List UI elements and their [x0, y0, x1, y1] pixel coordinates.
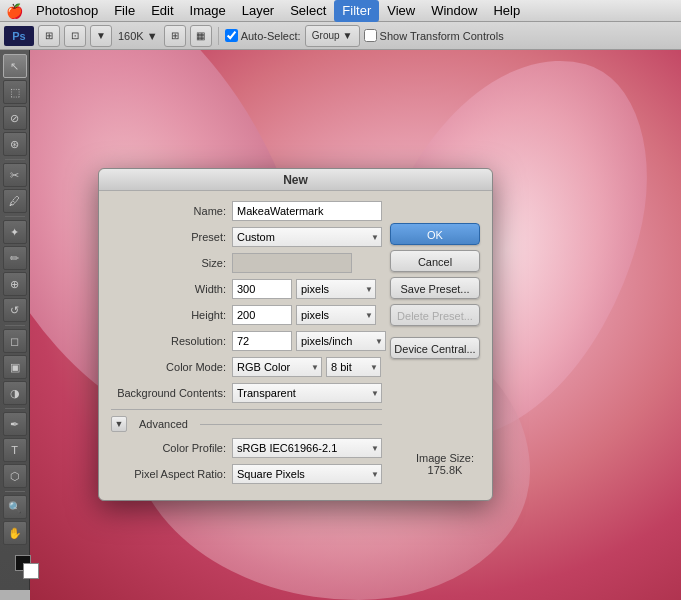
pixel-ratio-select-wrapper: Square Pixels D1/DV NTSC (0.91) D1/DV PA… — [232, 464, 382, 484]
image-size-label: Image Size: — [416, 452, 474, 464]
resolution-input[interactable] — [232, 331, 292, 351]
menu-bar: 🍎 Photoshop File Edit Image Layer Select… — [0, 0, 681, 22]
show-transform-label: Show Transform Controls — [364, 29, 504, 42]
tool-separator-3 — [5, 325, 25, 326]
height-input[interactable] — [232, 305, 292, 325]
width-unit-select[interactable]: pixels inches cm — [296, 279, 376, 299]
bg-contents-label: Background Contents: — [111, 387, 226, 399]
pixel-ratio-label: Pixel Aspect Ratio: — [111, 468, 226, 480]
tool-move[interactable]: ↖ — [3, 54, 27, 78]
resolution-unit-select[interactable]: pixels/inch pixels/cm — [296, 331, 386, 351]
tool-gradient[interactable]: ▣ — [3, 355, 27, 379]
tool-separator-5 — [5, 491, 25, 492]
color-profile-select[interactable]: sRGB IEC61966-2.1 Adobe RGB (1998) ProPh… — [232, 438, 382, 458]
size-display: 160K ▼ — [116, 30, 160, 42]
advanced-divider — [200, 424, 382, 425]
device-central-button[interactable]: Device Central... — [390, 337, 480, 359]
menu-help[interactable]: Help — [485, 0, 528, 22]
bit-depth-select-wrapper: 8 bit 16 bit 32 bit ▼ — [326, 357, 381, 377]
tool-dodge[interactable]: ◑ — [3, 381, 27, 405]
group-dropdown[interactable]: Group ▼ — [305, 25, 360, 47]
tool-icon-1: ⊞ — [38, 25, 60, 47]
advanced-label: Advanced — [139, 418, 188, 430]
image-size-value: 175.8K — [416, 464, 474, 476]
tool-marquee[interactable]: ⬚ — [3, 80, 27, 104]
tool-lasso[interactable]: ⊘ — [3, 106, 27, 130]
tool-hand[interactable]: ✋ — [3, 521, 27, 545]
pixel-ratio-row: Pixel Aspect Ratio: Square Pixels D1/DV … — [111, 464, 382, 484]
tool-icon-2: ⊡ — [64, 25, 86, 47]
menu-image[interactable]: Image — [182, 0, 234, 22]
tool-pen[interactable]: ✒ — [3, 412, 27, 436]
menu-window[interactable]: Window — [423, 0, 485, 22]
tool-text[interactable]: T — [3, 438, 27, 462]
tool-crop[interactable]: ✂ — [3, 163, 27, 187]
menu-file[interactable]: File — [106, 0, 143, 22]
width-unit-wrapper: pixels inches cm ▼ — [296, 279, 376, 299]
height-unit-select[interactable]: pixels inches cm — [296, 305, 376, 325]
tool-eyedropper[interactable]: 🖊 — [3, 189, 27, 213]
menu-photoshop[interactable]: Photoshop — [28, 0, 106, 22]
menu-edit[interactable]: Edit — [143, 0, 181, 22]
width-row: Width: pixels inches cm ▼ — [111, 279, 382, 299]
name-row: Name: — [111, 201, 382, 221]
bit-depth-select[interactable]: 8 bit 16 bit 32 bit — [326, 357, 381, 377]
save-preset-button[interactable]: Save Preset... — [390, 277, 480, 299]
size-display — [232, 253, 352, 273]
color-mode-select-wrapper: RGB Color CMYK Color Grayscale ▼ — [232, 357, 322, 377]
layout-icon[interactable]: ▦ — [190, 25, 212, 47]
name-input[interactable] — [232, 201, 382, 221]
preset-select[interactable]: Custom Default Photoshop Size US Paper — [232, 227, 382, 247]
pixel-ratio-select[interactable]: Square Pixels D1/DV NTSC (0.91) D1/DV PA… — [232, 464, 382, 484]
image-size-info: Image Size: 175.8K — [416, 452, 474, 476]
menu-view[interactable]: View — [379, 0, 423, 22]
new-dialog: New Name: Preset: Custom Default Photosh… — [98, 168, 493, 501]
bg-contents-select[interactable]: Transparent White Background Color — [232, 383, 382, 403]
auto-select-checkbox[interactable] — [225, 29, 238, 42]
apple-menu[interactable]: 🍎 — [0, 3, 28, 19]
color-profile-row: Color Profile: sRGB IEC61966-2.1 Adobe R… — [111, 438, 382, 458]
tool-shape[interactable]: ⬡ — [3, 464, 27, 488]
advanced-toggle[interactable]: ▼ Advanced — [111, 416, 382, 432]
tool-history[interactable]: ↺ — [3, 298, 27, 322]
dialog-buttons: OK Cancel Save Preset... Delete Preset..… — [390, 223, 480, 359]
dialog-titlebar: New — [99, 169, 492, 191]
ps-logo: Ps — [4, 26, 34, 46]
show-transform-checkbox[interactable] — [364, 29, 377, 42]
size-label: Size: — [111, 257, 226, 269]
tool-wand[interactable]: ⊛ — [3, 132, 27, 156]
tool-separator-1 — [5, 159, 25, 160]
tool-separator-2 — [5, 216, 25, 217]
tools-panel: ↖ ⬚ ⊘ ⊛ ✂ 🖊 ✦ ✏ ⊕ ↺ ◻ ▣ ◑ ✒ T ⬡ 🔍 ✋ — [0, 50, 30, 590]
tool-zoom[interactable]: 🔍 — [3, 495, 27, 519]
resolution-unit-wrapper: pixels/inch pixels/cm ▼ — [296, 331, 386, 351]
tool-spot-heal[interactable]: ✦ — [3, 220, 27, 244]
tool-brush[interactable]: ✏ — [3, 246, 27, 270]
dialog-title: New — [283, 173, 308, 187]
tool-stamp[interactable]: ⊕ — [3, 272, 27, 296]
color-mode-select[interactable]: RGB Color CMYK Color Grayscale — [232, 357, 322, 377]
auto-select-label: Auto-Select: — [225, 29, 301, 42]
preset-select-wrapper: Custom Default Photoshop Size US Paper ▼ — [232, 227, 382, 247]
tool-eraser[interactable]: ◻ — [3, 329, 27, 353]
separator-1 — [218, 27, 219, 45]
menu-filter[interactable]: Filter — [334, 0, 379, 22]
advanced-toggle-btn[interactable]: ▼ — [111, 416, 127, 432]
width-input[interactable] — [232, 279, 292, 299]
height-unit-wrapper: pixels inches cm ▼ — [296, 305, 376, 325]
advanced-section: ▼ Advanced Color Profile: sRGB IEC61966-… — [111, 409, 382, 484]
color-mode-row: Color Mode: RGB Color CMYK Color Graysca… — [111, 357, 382, 377]
tool-icon-3[interactable]: ▼ — [90, 25, 112, 47]
preset-row: Preset: Custom Default Photoshop Size US… — [111, 227, 382, 247]
color-mode-group: RGB Color CMYK Color Grayscale ▼ 8 bit 1… — [232, 357, 381, 377]
menu-select[interactable]: Select — [282, 0, 334, 22]
ok-button[interactable]: OK — [390, 223, 480, 245]
cancel-button[interactable]: Cancel — [390, 250, 480, 272]
delete-preset-button[interactable]: Delete Preset... — [390, 304, 480, 326]
arrange-icon[interactable]: ⊞ — [164, 25, 186, 47]
menu-layer[interactable]: Layer — [234, 0, 283, 22]
color-profile-select-wrapper: sRGB IEC61966-2.1 Adobe RGB (1998) ProPh… — [232, 438, 382, 458]
color-profile-label: Color Profile: — [111, 442, 226, 454]
resolution-label: Resolution: — [111, 335, 226, 347]
width-label: Width: — [111, 283, 226, 295]
